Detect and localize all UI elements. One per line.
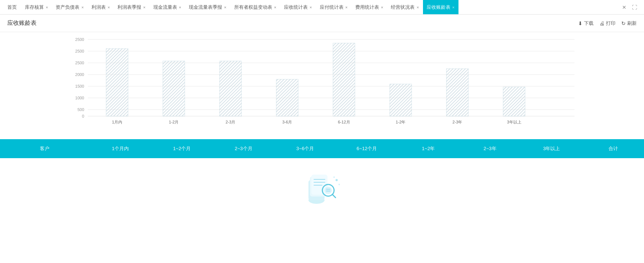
download-icon: ⬇ bbox=[578, 20, 583, 26]
close-window-button[interactable]: ✕ bbox=[621, 4, 628, 11]
tab-close-icon[interactable]: × bbox=[274, 5, 276, 9]
table-header: 客户1个月内1~2个月2~3个月3~6个月6~12个月1~2年2~3年3年以上合… bbox=[0, 139, 644, 158]
print-icon: 🖨 bbox=[599, 20, 604, 26]
tab-label: 应收统计表 bbox=[284, 4, 308, 11]
refresh-button[interactable]: ↻ 刷新 bbox=[621, 20, 637, 27]
tab-label: 资产负债表 bbox=[56, 4, 79, 11]
tab-close-icon[interactable]: × bbox=[381, 5, 383, 9]
svg-text:3-6月: 3-6月 bbox=[282, 120, 292, 124]
refresh-icon: ↻ bbox=[621, 20, 626, 26]
tab-close-icon[interactable]: × bbox=[81, 5, 83, 9]
svg-text:1000: 1000 bbox=[75, 96, 84, 100]
tab-home[interactable]: 首页 bbox=[3, 0, 21, 15]
tab-close-icon[interactable]: × bbox=[143, 5, 145, 9]
tab-label: 现金流量表季报 bbox=[189, 4, 222, 11]
table-header-cell-1: 1个月内 bbox=[90, 145, 151, 152]
bar-1月内 bbox=[106, 49, 128, 116]
page-header: 应收账龄表 ⬇ 下载 🖨 打印 ↻ 刷新 bbox=[0, 15, 644, 32]
empty-state bbox=[0, 158, 644, 206]
tab-label: 利润表季报 bbox=[117, 4, 141, 11]
tab-item-12[interactable]: 应收账龄表× bbox=[423, 0, 458, 15]
tab-item-2[interactable]: 资产负债表× bbox=[52, 0, 87, 15]
download-button[interactable]: ⬇ 下载 bbox=[578, 20, 594, 27]
print-button[interactable]: 🖨 打印 bbox=[599, 20, 615, 27]
tab-label: 所有者权益变动表 bbox=[234, 4, 272, 11]
tab-item-3[interactable]: 利润表× bbox=[88, 0, 114, 15]
tab-item-10[interactable]: 费用统计表× bbox=[352, 0, 387, 15]
tab-home-label: 首页 bbox=[7, 4, 17, 11]
table-header-cell-5: 6~12个月 bbox=[336, 145, 397, 152]
tab-item-6[interactable]: 现金流量表季报× bbox=[185, 0, 230, 15]
print-label: 打印 bbox=[606, 20, 615, 27]
chart-section: 2500 2500 2500 2000 1500 1000 500 0 1月内 … bbox=[0, 32, 644, 139]
maximize-window-button[interactable]: ⛶ bbox=[631, 4, 638, 11]
tab-close-icon[interactable]: × bbox=[345, 5, 348, 9]
svg-text:2-3年: 2-3年 bbox=[453, 120, 463, 124]
tab-close-icon[interactable]: × bbox=[108, 5, 110, 9]
table-header-cell-3: 2~3个月 bbox=[213, 145, 274, 152]
tab-label: 费用统计表 bbox=[355, 4, 379, 11]
main-content: 2500 2500 2500 2000 1500 1000 500 0 1月内 … bbox=[0, 32, 644, 263]
bar-1-2年 bbox=[390, 84, 412, 116]
tab-label: 应付统计表 bbox=[320, 4, 344, 11]
svg-text:6-12月: 6-12月 bbox=[338, 120, 350, 124]
tab-close-icon[interactable]: × bbox=[452, 5, 454, 9]
svg-text:2000: 2000 bbox=[75, 72, 84, 77]
window-controls: ✕ ⛶ bbox=[618, 4, 641, 11]
tab-label: 应收账龄表 bbox=[427, 4, 450, 11]
table-header-cell-2: 1~2个月 bbox=[151, 145, 213, 152]
svg-text:2500: 2500 bbox=[75, 49, 84, 53]
header-actions: ⬇ 下载 🖨 打印 ↻ 刷新 bbox=[578, 20, 637, 27]
page-title: 应收账龄表 bbox=[7, 19, 37, 27]
tab-close-icon[interactable]: × bbox=[46, 5, 48, 9]
svg-text:2-3月: 2-3月 bbox=[226, 120, 236, 124]
tab-item-8[interactable]: 应收统计表× bbox=[280, 0, 316, 15]
bar-3-6月 bbox=[276, 79, 298, 116]
tab-item-4[interactable]: 利润表季报× bbox=[114, 0, 149, 15]
table-header-cell-4: 3~6个月 bbox=[274, 145, 336, 152]
svg-text:3年以上: 3年以上 bbox=[507, 120, 521, 124]
tab-label: 库存核算 bbox=[25, 4, 44, 11]
svg-line-34 bbox=[332, 194, 336, 198]
tab-label: 现金流量表 bbox=[153, 4, 177, 11]
svg-point-33 bbox=[325, 187, 332, 194]
svg-point-39 bbox=[333, 176, 335, 178]
bar-6-12月 bbox=[333, 43, 355, 116]
bar-3年以上 bbox=[503, 87, 525, 116]
svg-text:1月内: 1月内 bbox=[112, 120, 122, 124]
svg-text:2500: 2500 bbox=[75, 37, 84, 42]
svg-text:2500: 2500 bbox=[75, 61, 84, 65]
tab-item-11[interactable]: 经营状况表× bbox=[387, 0, 423, 15]
svg-point-37 bbox=[336, 179, 338, 181]
bar-chart: 2500 2500 2500 2000 1500 1000 500 0 1月内 … bbox=[15, 36, 637, 131]
tab-close-icon[interactable]: × bbox=[179, 5, 181, 9]
refresh-label: 刷新 bbox=[627, 20, 637, 27]
tab-close-icon[interactable]: × bbox=[224, 5, 226, 9]
bar-2-3月 bbox=[220, 61, 242, 116]
empty-state-icon bbox=[302, 169, 342, 206]
table-header-cell-0: 客户 bbox=[0, 145, 90, 152]
table-header-cell-6: 1~2年 bbox=[397, 145, 459, 152]
table-header-cell-9: 合计 bbox=[583, 145, 644, 152]
tab-item-7[interactable]: 所有者权益变动表× bbox=[231, 0, 280, 15]
tab-label: 经营状况表 bbox=[391, 4, 415, 11]
svg-text:1500: 1500 bbox=[75, 84, 84, 88]
svg-point-38 bbox=[338, 184, 340, 185]
tab-label: 利润表 bbox=[91, 4, 106, 11]
tab-bar: 首页 库存核算×资产负债表×利润表×利润表季报×现金流量表×现金流量表季报×所有… bbox=[0, 0, 644, 15]
table-header-cell-8: 3年以上 bbox=[521, 145, 582, 152]
svg-text:500: 500 bbox=[78, 107, 84, 112]
bar-1-2月 bbox=[163, 61, 185, 116]
table-header-cell-7: 2~3年 bbox=[459, 145, 521, 152]
tab-item-5[interactable]: 现金流量表× bbox=[150, 0, 185, 15]
bar-2-3年 bbox=[446, 69, 468, 116]
svg-text:0: 0 bbox=[82, 114, 84, 118]
svg-text:1-2月: 1-2月 bbox=[169, 120, 179, 124]
tab-item-1[interactable]: 库存核算× bbox=[21, 0, 52, 15]
svg-text:1-2年: 1-2年 bbox=[396, 120, 406, 124]
download-label: 下载 bbox=[584, 20, 594, 27]
tab-item-9[interactable]: 应付统计表× bbox=[316, 0, 352, 15]
tab-close-icon[interactable]: × bbox=[310, 5, 312, 9]
tab-close-icon[interactable]: × bbox=[416, 5, 419, 9]
